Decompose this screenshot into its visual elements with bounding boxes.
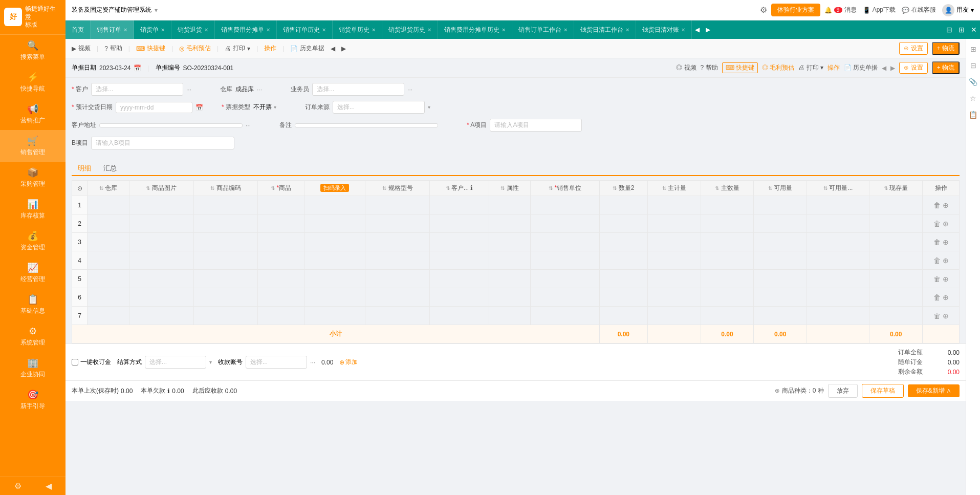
row-product-image[interactable] — [129, 251, 193, 270]
toolbar-print[interactable]: 🖨 打印 ▾ — [225, 44, 250, 53]
tab-sales-workbench[interactable]: 销售订单工作台 ✕ — [512, 20, 574, 39]
row-current-qty[interactable] — [869, 307, 923, 325]
row-available-qty[interactable] — [754, 196, 807, 214]
row-delete-icon[interactable]: 🗑 — [933, 220, 941, 228]
sidebar-settings-btn[interactable]: ⚙ — [14, 481, 21, 491]
right-panel-btn4[interactable]: ☆ — [967, 92, 979, 104]
row-qty2[interactable] — [599, 288, 647, 307]
settings-btn-right[interactable]: ⊙ 设置 — [899, 62, 927, 74]
tab-close-icon[interactable]: ✕ — [563, 27, 568, 33]
tab-close-icon[interactable]: ✕ — [204, 27, 208, 33]
row-attributes[interactable] — [489, 251, 531, 270]
row-attributes[interactable] — [489, 233, 531, 251]
tabbar-prev-btn[interactable]: ◀ — [692, 20, 703, 39]
tabbar-action-btn2[interactable]: ⊞ — [955, 26, 968, 34]
user-menu[interactable]: 👤 用友 ▾ — [942, 4, 974, 16]
row-delete-icon[interactable]: 🗑 — [933, 312, 941, 320]
row-available-qty2[interactable] — [807, 270, 869, 288]
row-available-qty[interactable] — [754, 233, 807, 251]
tab-summary[interactable]: 汇总 — [97, 162, 123, 175]
save-new-button[interactable]: 保存&新增 ∧ — [908, 384, 960, 397]
right-panel-btn2[interactable]: ⊟ — [967, 59, 979, 72]
row-available-qty2[interactable] — [807, 214, 869, 233]
row-customer-code[interactable] — [430, 214, 489, 233]
row-sales-unit[interactable] — [531, 214, 599, 233]
row-product-image[interactable] — [129, 288, 193, 307]
row-warehouse[interactable] — [88, 288, 129, 307]
row-spec[interactable] — [365, 270, 430, 288]
toolbar-nav-prev[interactable]: ◀ — [331, 45, 335, 52]
row-main-unit[interactable] — [647, 251, 701, 270]
order-source-input[interactable]: 选择... — [333, 101, 425, 114]
tab-home[interactable]: 首页 — [66, 20, 91, 39]
row-spec[interactable] — [365, 307, 430, 325]
row-main-unit[interactable] — [647, 214, 701, 233]
sidebar-item-marketing[interactable]: 📢 营销推广 — [0, 98, 66, 130]
row-sales-unit[interactable] — [531, 288, 599, 307]
settings-button[interactable]: ⊙ 设置 — [899, 42, 927, 55]
toolbar-nav-next[interactable]: ▶ — [341, 45, 346, 52]
customer-input[interactable]: 选择... — [91, 83, 183, 96]
tab-sales-order[interactable]: 销售订单 ✕ — [91, 20, 134, 39]
tab-close-icon[interactable]: ✕ — [502, 27, 506, 33]
row-customer-code[interactable] — [430, 307, 489, 325]
row-main-unit[interactable] — [647, 196, 701, 214]
row-product-image[interactable] — [129, 307, 193, 325]
tabbar-next-btn[interactable]: ▶ — [703, 20, 713, 39]
row-current-qty[interactable] — [869, 233, 923, 251]
row-main-qty[interactable] — [701, 307, 754, 325]
row-main-qty[interactable] — [701, 288, 754, 307]
row-warehouse[interactable] — [88, 251, 129, 270]
row-qty2[interactable] — [599, 214, 647, 233]
row-attributes[interactable] — [489, 288, 531, 307]
row-product-code[interactable] — [193, 214, 258, 233]
col-settings[interactable]: ⊙ — [72, 181, 88, 196]
row-customer-code[interactable] — [430, 270, 489, 288]
address-input[interactable] — [99, 123, 243, 127]
toolbar-operations[interactable]: 操作 — [264, 44, 276, 53]
row-current-qty[interactable] — [869, 196, 923, 214]
row-customer-code[interactable] — [430, 196, 489, 214]
profit-btn[interactable]: ◎ 毛利预估 — [762, 63, 794, 72]
account-expand-icon[interactable]: ··· — [310, 359, 315, 366]
row-product-image[interactable] — [129, 270, 193, 288]
row-current-qty[interactable] — [869, 270, 923, 288]
row-main-unit[interactable] — [647, 233, 701, 251]
row-available-qty[interactable] — [754, 270, 807, 288]
row-available-qty[interactable] — [754, 288, 807, 307]
sidebar-item-quicknav[interactable]: ⚡ 快捷导航 — [0, 67, 66, 98]
row-product[interactable] — [258, 270, 304, 288]
ops-btn[interactable]: 操作 — [827, 63, 840, 72]
toolbar-history[interactable]: 📄 历史单据 — [290, 44, 324, 53]
row-main-qty[interactable] — [701, 233, 754, 251]
nav-prev-icon[interactable]: ◀ — [882, 64, 886, 72]
row-copy-icon[interactable]: ⊕ — [943, 238, 949, 246]
sidebar-item-guide[interactable]: 🎯 新手引导 — [0, 384, 66, 416]
calendar2-icon[interactable]: 📅 — [195, 104, 203, 111]
tabbar-close-btn[interactable]: ✕ — [968, 26, 980, 34]
add-item-button[interactable]: + 物流 — [932, 42, 960, 55]
right-panel-btn5[interactable]: 📋 — [967, 109, 979, 121]
nav-next-icon[interactable]: ▶ — [890, 64, 895, 72]
row-product-code[interactable] — [193, 270, 258, 288]
row-main-qty[interactable] — [701, 196, 754, 214]
sidebar-item-basic[interactable]: 📋 基础信息 — [0, 289, 66, 320]
tab-sales-refund-history[interactable]: 销货退货历史 ✕ — [382, 20, 438, 39]
toolbar-profit[interactable]: ◎ 毛利预估 — [179, 44, 211, 53]
tab-close-icon[interactable]: ✕ — [266, 27, 270, 33]
salesperson-input[interactable]: 选择... — [312, 83, 404, 96]
row-customer-code[interactable] — [430, 288, 489, 307]
account-select[interactable]: 选择... — [246, 356, 307, 369]
row-available-qty2[interactable] — [807, 233, 869, 251]
tab-close-icon[interactable]: ✕ — [123, 27, 127, 33]
tab-sales-order-history[interactable]: 销售订单历史 ✕ — [277, 20, 333, 39]
row-customer-code[interactable] — [430, 251, 489, 270]
scan-button[interactable]: 扫码录入 — [320, 184, 349, 192]
delivery-date-input[interactable]: yyyy-mm-dd — [116, 102, 192, 113]
row-available-qty[interactable] — [754, 307, 807, 325]
tab-sales-refund[interactable]: 销货退货 ✕ — [171, 20, 215, 39]
row-product[interactable] — [258, 214, 304, 233]
tab-sales-return-history[interactable]: 销货单历史 ✕ — [333, 20, 382, 39]
print-btn[interactable]: 🖨 打印 ▾ — [798, 63, 823, 72]
row-delete-icon[interactable]: 🗑 — [933, 256, 941, 265]
